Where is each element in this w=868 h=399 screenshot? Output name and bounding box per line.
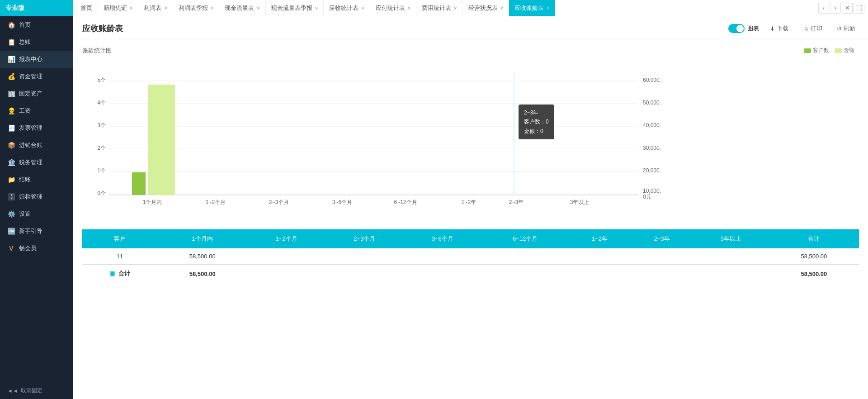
sidebar-item-label: 报表中心	[19, 55, 42, 63]
col-1-2year: 1~2年	[569, 229, 631, 248]
download-label: 下载	[777, 24, 788, 33]
tab-bar: 首页 新增凭证 × 利润表 × 利润表季报 × 现金流量表 × 现金流量表季报 …	[73, 0, 868, 16]
tab-expense-stats-close[interactable]: ×	[454, 5, 457, 11]
print-label: 打印	[811, 24, 822, 33]
tab-expense-stats-label: 费用统计表	[422, 4, 451, 12]
toggle-switch[interactable]	[728, 24, 745, 33]
tab-cashflow-quarterly-label: 现金流量表季报	[271, 4, 312, 12]
sidebar-item-label: 首页	[19, 21, 31, 29]
tab-new-voucher-close[interactable]: ×	[130, 5, 132, 11]
pin-label: 取消固定	[21, 387, 42, 394]
tab-profit-quarterly-close[interactable]: ×	[211, 5, 213, 11]
tab-profit-close[interactable]: ×	[164, 5, 167, 11]
sidebar-item-label: 新手引导	[19, 227, 42, 235]
svg-text:10,000.00元: 10,000.00元	[643, 188, 661, 194]
page-header: 应收账龄表 图表 ⬇ 下载 🖨 打印 ↺ 刷新	[73, 16, 868, 39]
tab-cashflow-quarterly-close[interactable]: ×	[315, 5, 318, 11]
chart-toggle[interactable]: 图表	[728, 24, 759, 33]
footer-col7	[631, 265, 693, 282]
svg-text:2~3个月: 2~3个月	[269, 199, 289, 205]
tab-receivable-stats[interactable]: 应收统计表 ×	[324, 0, 370, 16]
toggle-label: 图表	[747, 24, 759, 33]
sidebar-item-assets[interactable]: 🏢 固定资产	[0, 85, 73, 102]
sidebar-item-label: 工资	[19, 107, 31, 115]
footer-total: 58,500.00	[769, 265, 859, 282]
sidebar-item-label: 畅会员	[19, 244, 37, 252]
tab-profit-quarterly[interactable]: 利润表季报 ×	[173, 0, 219, 16]
refresh-label: 刷新	[844, 24, 855, 33]
cell-6-12month	[481, 248, 568, 265]
download-button[interactable]: ⬇ 下载	[766, 23, 792, 34]
sidebar-item-label: 归档管理	[19, 193, 42, 201]
sidebar-item-vip[interactable]: V 畅会员	[0, 240, 73, 257]
cell-2-3year	[631, 248, 693, 265]
col-1-2month: 1~2个月	[247, 229, 326, 248]
tab-aging-close[interactable]: ×	[547, 5, 549, 11]
tab-aging-label: 应收账龄表	[514, 4, 544, 12]
sidebar-item-home[interactable]: 🏠 首页	[0, 16, 73, 33]
chart-title: 账龄统计图	[82, 47, 859, 55]
sidebar-item-label: 固定资产	[19, 90, 42, 98]
tab-cashflow-close[interactable]: ×	[257, 5, 259, 11]
footer-col8	[693, 265, 769, 282]
table-header-row: 客户 1个月内 1~2个月 2~3个月 3~6个月 6~12个月 1~2年 2~…	[82, 229, 859, 248]
svg-text:3~6个月: 3~6个月	[332, 199, 352, 205]
sidebar-item-settings[interactable]: ⚙️ 设置	[0, 205, 73, 223]
tab-payable-stats[interactable]: 应付统计表 ×	[370, 0, 416, 16]
vip-icon: V	[7, 245, 15, 252]
tab-expense-stats[interactable]: 费用统计表 ×	[416, 0, 462, 16]
tab-cashflow-quarterly[interactable]: 现金流量表季报 ×	[266, 0, 324, 16]
sidebar-logo: 专业版	[0, 0, 73, 16]
bar-1month-amount	[148, 85, 175, 195]
cell-total: 58,500.00	[769, 248, 859, 265]
col-3year-plus: 3年以上	[693, 229, 769, 248]
tab-close-all[interactable]: ✕	[842, 3, 853, 14]
col-6-12month: 6~12个月	[481, 229, 568, 248]
tab-scroll-right[interactable]: ›	[830, 3, 841, 14]
tab-profit[interactable]: 利润表 ×	[138, 0, 173, 16]
chart-svg-wrapper: 5个 4个 3个 2个 1个 0个 60,000.00元 50,000.00元 …	[82, 59, 859, 222]
sidebar-item-guide[interactable]: 🆕 新手引导	[0, 223, 73, 240]
legend-amount-label: 金额	[844, 47, 854, 54]
sidebar-item-reports[interactable]: 📊 报表中心	[0, 51, 73, 68]
tab-home-label: 首页	[80, 4, 92, 12]
sidebar-item-closing[interactable]: 📁 结账	[0, 171, 73, 188]
sidebar-item-label: 资金管理	[19, 72, 42, 81]
footer-col6	[569, 265, 631, 282]
print-button[interactable]: 🖨 打印	[799, 23, 826, 34]
tab-new-voucher-label: 新增凭证	[104, 4, 127, 12]
sidebar-pin-toggle[interactable]: ◄◄ 取消固定	[0, 382, 73, 399]
svg-text:4个: 4个	[97, 100, 106, 106]
footer-label: ▣ 合计	[82, 265, 157, 282]
archive-icon: 🗄️	[7, 193, 15, 200]
sidebar-item-label: 进销台账	[19, 141, 42, 149]
tab-scroll-left[interactable]: ‹	[818, 3, 829, 14]
tab-fullscreen[interactable]: ⛶	[854, 3, 864, 14]
col-2-3year: 2~3年	[631, 229, 693, 248]
sidebar-item-tax[interactable]: 🏦 税务管理	[0, 154, 73, 171]
sidebar-item-payroll[interactable]: 👷 工资	[0, 102, 73, 119]
tab-cashflow[interactable]: 现金流量表 ×	[219, 0, 265, 16]
tab-biz-status-close[interactable]: ×	[500, 5, 503, 11]
cell-1-2year	[569, 248, 631, 265]
funds-icon: 💰	[7, 73, 15, 80]
refresh-button[interactable]: ↺ 刷新	[833, 23, 859, 34]
tab-aging[interactable]: 应收账龄表 ×	[509, 0, 555, 16]
footer-col3	[326, 265, 404, 282]
assets-icon: 🏢	[7, 90, 15, 97]
legend-amount: 金额	[835, 47, 854, 54]
tab-receivable-stats-close[interactable]: ×	[361, 5, 364, 11]
sidebar-item-purchase[interactable]: 📦 进销台账	[0, 137, 73, 154]
sidebar-item-invoice[interactable]: 🧾 发票管理	[0, 119, 73, 137]
sidebar-item-ledger[interactable]: 📋 总账	[0, 33, 73, 51]
footer-col1: 58,500.00	[157, 265, 247, 282]
tab-payable-stats-close[interactable]: ×	[408, 5, 410, 11]
sidebar-item-archive[interactable]: 🗄️ 归档管理	[0, 188, 73, 205]
tab-home[interactable]: 首页	[75, 0, 98, 16]
tab-biz-status[interactable]: 经营状况表 ×	[463, 0, 509, 16]
footer-col4	[404, 265, 482, 282]
reports-icon: 📊	[7, 56, 15, 63]
sidebar-item-funds[interactable]: 💰 资金管理	[0, 68, 73, 85]
svg-text:20,000.00元: 20,000.00元	[643, 167, 661, 174]
tab-new-voucher[interactable]: 新增凭证 ×	[98, 0, 138, 16]
